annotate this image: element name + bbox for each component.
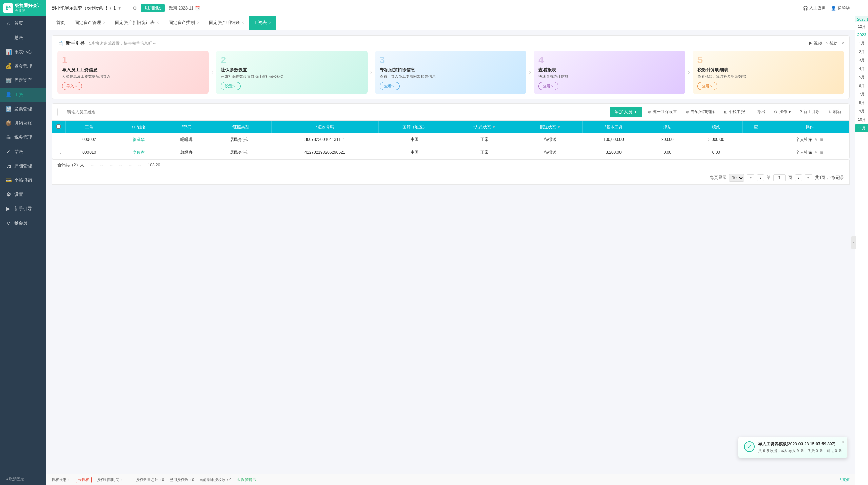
special-deduction-action[interactable]: ⊕ 专项附加扣除: [683, 108, 718, 116]
col-allowance: 津贴: [645, 121, 690, 133]
row-checkbox-cell[interactable]: [52, 133, 65, 146]
month-3[interactable]: 3月: [855, 56, 868, 64]
calendar-icon[interactable]: 📅: [195, 6, 200, 11]
archive-icon: 🗂: [5, 163, 12, 169]
year-2023[interactable]: 2023: [855, 31, 868, 39]
sidebar-item-ledger[interactable]: ≡ 总账: [0, 31, 46, 45]
sidebar-item-member[interactable]: V 畅会员: [0, 216, 46, 230]
video-link[interactable]: ▶ 视频: [809, 41, 822, 46]
tab-home[interactable]: 首页: [52, 16, 70, 30]
sidebar-item-expense[interactable]: 💳 小畅报销: [0, 173, 46, 187]
step-title: 税款计算明细表: [697, 67, 839, 73]
month-6[interactable]: 6月: [855, 81, 868, 90]
topbar-right: 🎧 人工咨询 👤 徐泽华: [803, 5, 850, 11]
edit-icon[interactable]: ✎: [814, 137, 818, 142]
sidebar-item-settings[interactable]: ⚙ 设置: [0, 187, 46, 202]
cell-action[interactable]: 个人社保 ✎ 🗑: [770, 133, 849, 146]
cell-name[interactable]: 徐泽华: [113, 133, 164, 146]
add-account-icon[interactable]: +: [125, 5, 129, 11]
sidebar-item-payroll[interactable]: 👤 工资: [0, 88, 46, 102]
tab-depreciation[interactable]: 固定资产折旧统计表 ×: [110, 16, 164, 30]
close-onboarding-icon[interactable]: ×: [842, 41, 844, 46]
tab-close-icon[interactable]: ×: [103, 20, 105, 25]
user-profile[interactable]: 👤 徐泽华: [831, 5, 850, 11]
sidebar-item-close[interactable]: ✓ 结账: [0, 145, 46, 159]
refresh-action[interactable]: ↻ 刷新: [826, 108, 844, 116]
search-input[interactable]: [57, 108, 118, 116]
month-1[interactable]: 1月: [855, 39, 868, 48]
personal-insurance-link[interactable]: 个人社保: [796, 150, 812, 155]
tax-filing-action[interactable]: ⊞ 个税申报: [721, 108, 748, 116]
sidebar-item-home[interactable]: ⌂ 首页: [0, 16, 46, 31]
step-2-button[interactable]: 设置＞: [221, 82, 241, 90]
add-person-button[interactable]: 添加人员 ▼: [610, 107, 642, 117]
cell-should: [743, 133, 770, 146]
tab-asset-mgmt[interactable]: 固定资产管理 ×: [70, 16, 110, 30]
delete-icon[interactable]: 🗑: [820, 150, 824, 155]
sidebar-item-asset[interactable]: 🏢 固定资产: [0, 73, 46, 88]
calendar-months: 12月 2023 1月 2月 3月 4月 5月 6月 7月 8月 9月 10月 …: [855, 22, 868, 132]
cell-action[interactable]: 个人社保 ✎ 🗑: [770, 146, 849, 159]
help-link[interactable]: ? 帮助: [826, 41, 837, 46]
sidebar-item-guide[interactable]: ▶ 新手引导: [0, 202, 46, 216]
step-4-button[interactable]: 查看＞: [538, 82, 558, 90]
tab-close-icon[interactable]: ×: [157, 20, 159, 25]
month-2[interactable]: 2月: [855, 48, 868, 56]
month-10[interactable]: 10月: [855, 115, 868, 124]
export-action[interactable]: ↓ 导出: [751, 108, 768, 116]
panel-toggle-button[interactable]: ‹: [851, 236, 856, 249]
cell-name[interactable]: 李俊杰: [113, 146, 164, 159]
month-9[interactable]: 9月: [855, 107, 868, 115]
tab-close-icon[interactable]: ×: [197, 20, 199, 25]
sidebar-item-inventory[interactable]: 📦 进销台账: [0, 116, 46, 130]
select-all-checkbox[interactable]: [56, 124, 61, 129]
month-7[interactable]: 7月: [855, 90, 868, 98]
step-arrow-2: ›: [368, 51, 375, 94]
close-period-icon: ✓: [5, 149, 12, 155]
prev-page-button[interactable]: ‹: [757, 174, 764, 181]
step-1-button[interactable]: 导入＞: [62, 82, 82, 90]
unpin-button[interactable]: ◄取消固定: [0, 473, 46, 485]
page-number-input[interactable]: [773, 174, 786, 181]
month-11[interactable]: 11月: [855, 124, 868, 132]
support-button[interactable]: 🎧 人工咨询: [803, 5, 826, 11]
operations-action[interactable]: ⚙ 操作 ▾: [771, 108, 793, 116]
top-up-link[interactable]: 去充值: [839, 477, 850, 482]
step-3-button[interactable]: 查看＞: [380, 82, 400, 90]
sidebar-item-report[interactable]: 📊 报表中心: [0, 45, 46, 59]
delete-icon[interactable]: 🗑: [820, 137, 824, 142]
sidebar-item-tax[interactable]: 🏛 税务管理: [0, 130, 46, 145]
row-checkbox[interactable]: [57, 150, 61, 154]
switch-version-button[interactable]: 切到旧版: [141, 4, 165, 12]
step-5-button[interactable]: 查看＞: [697, 82, 717, 90]
settings-gear-icon[interactable]: ⚙: [133, 5, 137, 11]
row-checkbox-cell[interactable]: [52, 146, 65, 159]
tab-close-active-icon[interactable]: ×: [269, 20, 271, 25]
row-checkbox[interactable]: [57, 137, 61, 141]
sidebar-item-fund[interactable]: 💰 资金管理: [0, 59, 46, 73]
next-page-button[interactable]: ›: [795, 174, 802, 181]
select-all-cell[interactable]: [52, 121, 65, 133]
personal-insurance-link[interactable]: 个人社保: [796, 137, 812, 142]
month-12[interactable]: 12月: [855, 22, 868, 31]
tab-payroll[interactable]: 工资表 ×: [249, 16, 276, 30]
sidebar-item-archive[interactable]: 🗂 归档管理: [0, 159, 46, 173]
edit-icon[interactable]: ✎: [814, 150, 818, 155]
sidebar-item-label: 设置: [14, 191, 23, 198]
month-8[interactable]: 8月: [855, 98, 868, 107]
auth-status-badge: 未授权: [76, 477, 92, 483]
tab-asset-detail[interactable]: 固定资产明细账 ×: [204, 16, 249, 30]
month-4[interactable]: 4月: [855, 64, 868, 73]
guide-action[interactable]: ? 新手引导: [797, 108, 822, 116]
tab-asset-category[interactable]: 固定资产类别 ×: [164, 16, 204, 30]
first-page-button[interactable]: «: [747, 174, 754, 181]
page-size-select[interactable]: 10 20 50: [729, 174, 744, 182]
social-insurance-action[interactable]: ⊕ 统一社保设置: [645, 108, 680, 116]
step-desc: 人员信息及工资数据新增导入: [62, 74, 204, 79]
last-page-button[interactable]: »: [805, 174, 812, 181]
month-5[interactable]: 5月: [855, 73, 868, 81]
account-dropdown-icon[interactable]: ▼: [118, 6, 121, 10]
toast-close-button[interactable]: ×: [842, 439, 845, 445]
sidebar-item-invoice[interactable]: 🧾 发票管理: [0, 102, 46, 116]
tab-close-icon[interactable]: ×: [242, 20, 244, 25]
